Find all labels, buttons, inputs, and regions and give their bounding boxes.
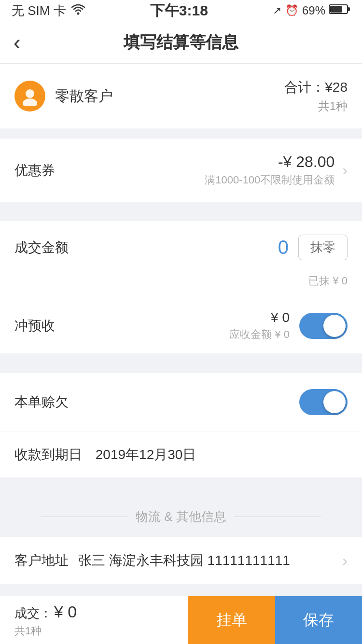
round-zero-button[interactable]: 抹零: [298, 235, 348, 260]
customer-section: 零散客户 合计：¥28 共1种: [0, 64, 362, 128]
prepay-toggle[interactable]: [299, 313, 348, 339]
battery-text: 69%: [302, 4, 325, 17]
debt-toggle[interactable]: [299, 389, 348, 415]
address-label: 客户地址: [14, 551, 69, 570]
bottom-deal-label: 成交：: [14, 605, 52, 622]
coupon-right: -¥ 28.00 满1000-100不限制使用金额 ›: [205, 153, 348, 187]
coupon-chevron-icon: ›: [342, 161, 348, 179]
total-count: 共1种: [284, 98, 348, 114]
transaction-sub: 已抹 ¥ 0: [0, 274, 362, 298]
prepay-row: 冲预收 ¥ 0 应收金额 ¥ 0: [0, 298, 362, 353]
prepay-values: ¥ 0 应收金额 ¥ 0: [229, 310, 290, 342]
location-icon: ↗: [273, 4, 281, 17]
bottom-summary: 成交： ¥ 0 共1种: [0, 602, 188, 638]
address-value: 张三 海淀永丰科技园 11111111111: [78, 551, 337, 570]
svg-point-0: [77, 12, 79, 14]
svg-point-5: [23, 98, 37, 106]
nav-bar: ‹ 填写结算等信息: [0, 21, 362, 64]
alarm-icon: ⏰: [285, 4, 298, 17]
transaction-value: 0: [278, 237, 289, 258]
debt-label: 本单赊欠: [14, 393, 69, 411]
prepay-toggle-knob: [323, 315, 346, 337]
transaction-label: 成交金额: [14, 238, 69, 257]
customer-name: 零散客户: [55, 86, 113, 106]
back-icon: ‹: [14, 32, 21, 53]
bottom-deal-wrap: 成交： ¥ 0: [14, 602, 174, 622]
battery-icon: [329, 4, 350, 17]
address-chevron-icon: ›: [342, 552, 348, 570]
coupon-section[interactable]: 优惠券 -¥ 28.00 满1000-100不限制使用金额 ›: [0, 138, 362, 202]
customer-avatar: [14, 81, 45, 112]
prepay-label: 冲预收: [14, 317, 55, 335]
hold-button[interactable]: 挂单: [188, 596, 275, 644]
debt-section: 本单赊欠 收款到期日 2019年12月30日: [0, 373, 362, 477]
status-right: ↗ ⏰ 69%: [273, 4, 350, 17]
customer-left: 零散客户: [14, 81, 113, 112]
bottom-deal-amount: ¥ 0: [54, 602, 77, 621]
customer-right: 合计：¥28 共1种: [284, 78, 348, 114]
svg-rect-3: [330, 6, 342, 13]
logistics-divider: [0, 487, 362, 497]
total-amount: 合计：¥28: [284, 78, 348, 97]
address-row[interactable]: 客户地址 张三 海淀永丰科技园 11111111111 ›: [0, 537, 362, 584]
save-button[interactable]: 保存: [275, 596, 362, 644]
coupon-row[interactable]: 优惠券 -¥ 28.00 满1000-100不限制使用金额 ›: [0, 138, 362, 202]
duedate-value: 2019年12月30日: [96, 447, 196, 462]
transaction-row: 成交金额 0 抹零: [0, 221, 362, 274]
coupon-amount: -¥ 28.00: [205, 153, 334, 171]
nav-title: 填写结算等信息: [124, 31, 238, 54]
prepay-main: ¥ 0: [229, 310, 290, 325]
prepay-right: ¥ 0 应收金额 ¥ 0: [229, 310, 348, 342]
bottom-count: 共1种: [14, 624, 174, 638]
debt-row: 本单赊欠: [0, 373, 362, 432]
prepay-sub: 应收金额 ¥ 0: [229, 327, 290, 342]
duedate-row: 收款到期日 2019年12月30日: [0, 432, 362, 477]
transaction-section: 成交金额 0 抹零 已抹 ¥ 0 冲预收 ¥ 0 应收金额 ¥ 0: [0, 221, 362, 353]
carrier-text: 无 SIM 卡: [12, 2, 66, 19]
coupon-values: -¥ 28.00 满1000-100不限制使用金额: [205, 153, 334, 187]
customer-row: 零散客户 合计：¥28 共1种: [0, 64, 362, 128]
transaction-value-wrap: 0 抹零: [278, 235, 348, 260]
status-left: 无 SIM 卡: [12, 2, 85, 19]
logistics-title: 物流 & 其他信息: [136, 508, 226, 525]
svg-point-4: [26, 89, 34, 98]
coupon-desc: 满1000-100不限制使用金额: [205, 173, 334, 187]
logistics-line: 物流 & 其他信息: [0, 508, 362, 525]
address-section[interactable]: 客户地址 张三 海淀永丰科技园 11111111111 ›: [0, 537, 362, 584]
coupon-label: 优惠券: [14, 161, 55, 180]
status-bar: 无 SIM 卡 下午3:18 ↗ ⏰ 69%: [0, 0, 362, 21]
debt-toggle-knob: [323, 391, 346, 413]
back-button[interactable]: ‹: [14, 32, 21, 53]
duedate-label: 收款到期日: [14, 447, 82, 462]
wifi-icon: [71, 3, 85, 18]
bottom-bar: 成交： ¥ 0 共1种 挂单 保存: [0, 596, 362, 644]
divider-1: [0, 211, 362, 221]
svg-rect-2: [348, 7, 350, 11]
divider-2: [0, 363, 362, 373]
logistics-header: 物流 & 其他信息: [0, 497, 362, 537]
time-display: 下午3:18: [150, 1, 208, 21]
